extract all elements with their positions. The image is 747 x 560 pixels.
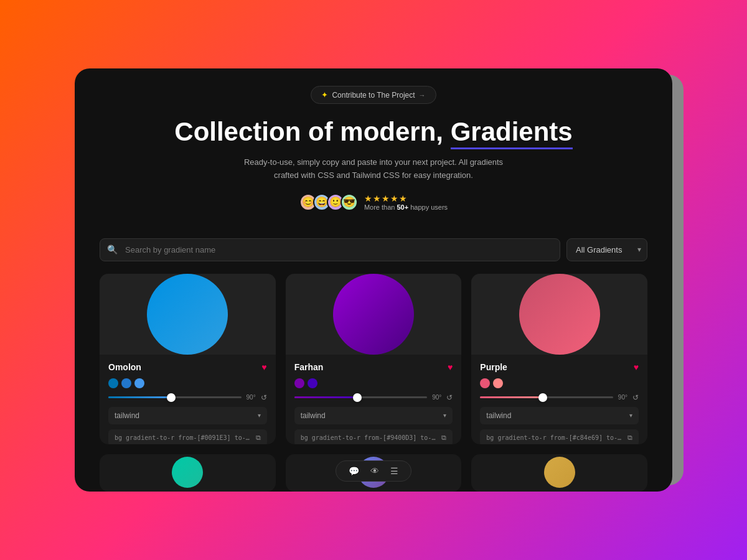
- card-title-row-omolon: Omolon ♥: [108, 362, 267, 372]
- tablet-main: ✦ Contribute to The Project → Collection…: [75, 68, 672, 492]
- avatars: 😊 😄 🙂 😎: [299, 194, 358, 211]
- swatch-omolon-3: [134, 378, 144, 388]
- eye-icon[interactable]: 👁: [370, 466, 379, 476]
- title-start: Collection of modern,: [174, 117, 443, 146]
- header: ✦ Contribute to The Project → Collection…: [75, 68, 672, 238]
- card-name-omolon: Omolon: [108, 362, 141, 372]
- swatch-farhan-1: [294, 378, 304, 388]
- gradient-circle-purple: [519, 274, 600, 355]
- cards-grid: Omolon ♥ 90° ↺: [75, 274, 672, 444]
- circle-teal: [172, 457, 203, 488]
- card-body-purple: Purple ♥ 90° ↺: [471, 355, 647, 444]
- format-row-omolon[interactable]: tailwind ▾: [108, 407, 267, 424]
- card-partial-3: [471, 454, 647, 492]
- format-row-purple[interactable]: tailwind ▾: [480, 407, 639, 424]
- list-icon[interactable]: ☰: [390, 466, 398, 476]
- happy-users-text: More than 50+ happy users: [364, 203, 448, 211]
- code-text-purple: bg_gradient-to-r from-[#c84e69] to-[#F15…: [486, 434, 624, 441]
- card-preview-farhan: [286, 274, 462, 355]
- slider-fill-farhan: [294, 396, 361, 398]
- search-row: 🔍 All Gradients: [75, 238, 672, 261]
- heart-icon-omolon[interactable]: ♥: [261, 362, 266, 372]
- slider-thumb-farhan: [353, 393, 362, 402]
- contribute-label: Contribute to The Project: [332, 91, 415, 100]
- tablet-stack: ✦ Contribute to The Project → Collection…: [75, 68, 672, 492]
- card-omolon: Omolon ♥ 90° ↺: [100, 274, 276, 444]
- card-body-omolon: Omolon ♥ 90° ↺: [100, 355, 276, 444]
- card-name-purple: Purple: [480, 362, 507, 372]
- slider-thumb-omolon: [167, 393, 176, 402]
- slider-purple[interactable]: [480, 396, 613, 398]
- search-icon: 🔍: [107, 245, 118, 254]
- swatch-omolon-2: [121, 378, 131, 388]
- code-row-purple: bg_gradient-to-r from-[#c84e69] to-[#F15…: [480, 429, 639, 444]
- angle-label-omolon: 90°: [247, 394, 256, 401]
- slider-fill-purple: [480, 396, 547, 398]
- card-partial-1: [100, 454, 276, 492]
- bottom-toolbar: 💬 👁 ☰: [336, 460, 411, 482]
- card-name-farhan: Farhan: [294, 362, 324, 372]
- star-icon: ✦: [321, 90, 328, 100]
- stars: ★★★★★: [364, 194, 408, 203]
- heart-icon-purple[interactable]: ♥: [634, 362, 639, 372]
- slider-omolon[interactable]: [108, 396, 242, 398]
- search-input[interactable]: [100, 238, 560, 261]
- angle-row-farhan: 90° ↺: [294, 393, 453, 402]
- format-label-farhan: tailwind: [301, 411, 326, 420]
- filter-select-wrap: All Gradients: [566, 238, 647, 261]
- card-farhan: Farhan ♥ 90° ↺: [286, 274, 462, 444]
- color-swatches-omolon: [108, 378, 267, 388]
- copy-icon-omolon[interactable]: ⧉: [256, 434, 261, 442]
- copy-icon-purple[interactable]: ⧉: [627, 434, 632, 442]
- social-proof: 😊 😄 🙂 😎 ★★★★★ More than 50+ happy users: [299, 194, 448, 211]
- swatch-omolon-1: [108, 378, 118, 388]
- refresh-icon-omolon[interactable]: ↺: [261, 393, 267, 402]
- format-label-omolon: tailwind: [115, 411, 139, 420]
- color-swatches-farhan: [294, 378, 453, 388]
- format-row-farhan[interactable]: tailwind ▾: [294, 407, 453, 424]
- format-label-purple: tailwind: [486, 411, 511, 420]
- card-purple: Purple ♥ 90° ↺: [471, 274, 647, 444]
- user-count: 50+: [397, 203, 408, 211]
- swatch-purple-2: [493, 378, 503, 388]
- filter-select[interactable]: All Gradients: [566, 238, 647, 261]
- refresh-icon-farhan[interactable]: ↺: [446, 393, 453, 402]
- gradient-circle-farhan: [333, 274, 414, 355]
- chevron-icon-omolon: ▾: [258, 412, 261, 419]
- slider-fill-omolon: [108, 396, 175, 398]
- angle-row-purple: 90° ↺: [480, 393, 639, 402]
- copy-icon-farhan[interactable]: ⧉: [441, 434, 446, 442]
- contribute-button[interactable]: ✦ Contribute to The Project →: [311, 86, 436, 104]
- card-preview-purple: [471, 274, 647, 355]
- refresh-icon-purple[interactable]: ↺: [632, 393, 639, 402]
- angle-row-omolon: 90° ↺: [108, 393, 267, 402]
- chevron-icon-purple: ▾: [629, 412, 632, 419]
- main-title: Collection of modern, Gradients: [174, 116, 572, 147]
- card-title-row-purple: Purple ♥: [480, 362, 639, 372]
- stars-wrap: ★★★★★ More than 50+ happy users: [364, 194, 448, 211]
- gradient-circle-omolon: [147, 274, 228, 355]
- code-text-omolon: bg_gradient-to-r from-[#0091E3] to-[#2D9…: [115, 434, 252, 441]
- avatar-4: 😎: [341, 194, 358, 211]
- angle-label-purple: 90°: [618, 394, 627, 401]
- arrow-icon: →: [419, 91, 426, 99]
- heart-icon-farhan[interactable]: ♥: [448, 362, 453, 372]
- angle-label-farhan: 90°: [432, 394, 441, 401]
- slider-farhan[interactable]: [294, 396, 428, 398]
- chevron-icon-farhan: ▾: [443, 412, 446, 419]
- card-body-farhan: Farhan ♥ 90° ↺: [286, 355, 462, 444]
- card-preview-omolon: [100, 274, 276, 355]
- color-swatches-purple: [480, 378, 639, 388]
- comment-icon[interactable]: 💬: [349, 466, 359, 476]
- search-wrap: 🔍: [100, 238, 560, 261]
- swatch-farhan-2: [308, 378, 317, 388]
- slider-thumb-purple: [538, 393, 547, 402]
- card-title-row-farhan: Farhan ♥: [294, 362, 453, 372]
- code-row-farhan: bg_gradient-to-r from-[#9400D3] to-[#4B0…: [294, 429, 453, 444]
- title-highlight: Gradients: [451, 117, 573, 149]
- subtitle: Ready-to-use, simply copy and paste into…: [243, 156, 504, 182]
- code-row-omolon: bg_gradient-to-r from-[#0091E3] to-[#2D9…: [108, 429, 267, 444]
- swatch-purple-1: [480, 378, 490, 388]
- circle-gold: [544, 457, 575, 488]
- code-text-farhan: bg_gradient-to-r from-[#9400D3] to-[#4B0…: [301, 434, 438, 441]
